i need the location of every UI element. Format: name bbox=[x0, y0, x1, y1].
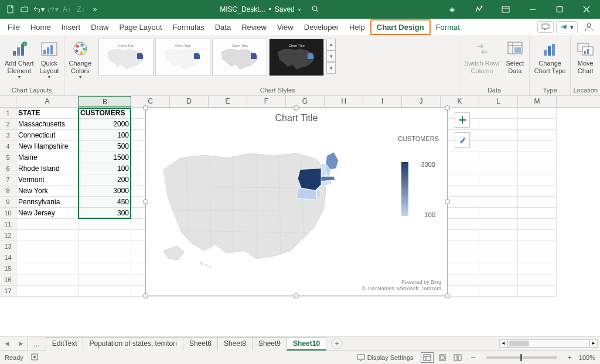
cell-B11[interactable] bbox=[79, 219, 131, 230]
cell-L10[interactable] bbox=[479, 208, 518, 219]
cell-M16[interactable] bbox=[518, 274, 557, 286]
row-header-15[interactable]: 15 bbox=[0, 263, 16, 274]
resize-handle-ml[interactable] bbox=[143, 199, 148, 204]
coming-soon-icon[interactable] bbox=[465, 0, 492, 19]
sheet-nav-prev[interactable]: ◄ bbox=[0, 339, 14, 348]
close-button[interactable] bbox=[573, 0, 600, 19]
row-header-10[interactable]: 10 bbox=[0, 208, 16, 219]
cell-B3[interactable]: 100 bbox=[79, 130, 131, 141]
cell-M5[interactable] bbox=[518, 152, 557, 163]
hscroll-right[interactable]: ► bbox=[589, 339, 598, 348]
change-chart-type-button[interactable]: Change Chart Type bbox=[532, 39, 568, 75]
tab-insert[interactable]: Insert bbox=[56, 20, 86, 34]
quick-layout-button[interactable]: Quick Layout ▾ bbox=[38, 39, 62, 81]
row-header-12[interactable]: 12 bbox=[0, 230, 16, 241]
cell-B5[interactable]: 1500 bbox=[79, 152, 131, 163]
change-colors-button[interactable]: Change Colors ▾ bbox=[67, 39, 94, 81]
cell-L14[interactable] bbox=[479, 252, 518, 263]
gallery-expand[interactable]: ▼ bbox=[326, 62, 336, 74]
cell-A1[interactable]: STATE bbox=[16, 108, 79, 119]
chart-style-3[interactable]: Chart Title bbox=[212, 39, 267, 76]
cell-A11[interactable] bbox=[16, 219, 79, 230]
cell-A15[interactable] bbox=[16, 263, 79, 274]
col-header-F[interactable]: F bbox=[247, 96, 286, 107]
cell-A16[interactable] bbox=[16, 274, 79, 286]
cell-M10[interactable] bbox=[518, 208, 557, 219]
resize-handle-tr[interactable] bbox=[445, 105, 450, 111]
sheet-nav-next[interactable]: ► bbox=[14, 339, 28, 348]
cell-L13[interactable] bbox=[479, 241, 518, 252]
cell-B10[interactable]: 300 bbox=[79, 208, 131, 219]
col-header-G[interactable]: G bbox=[286, 96, 325, 107]
cell-B15[interactable] bbox=[79, 263, 131, 274]
cell-L1[interactable] bbox=[479, 108, 518, 119]
col-header-L[interactable]: L bbox=[479, 96, 518, 107]
cell-L8[interactable] bbox=[479, 186, 518, 197]
row-header-2[interactable]: 2 bbox=[0, 119, 16, 130]
cell-L15[interactable] bbox=[479, 263, 518, 274]
zoom-slider[interactable] bbox=[486, 356, 557, 359]
cell-L2[interactable] bbox=[479, 119, 518, 130]
cell-M1[interactable] bbox=[518, 108, 557, 119]
cell-A9[interactable]: Pennsylvania bbox=[16, 197, 79, 208]
diamond-icon[interactable]: ◈ bbox=[438, 0, 465, 19]
cell-A3[interactable]: Connecticut bbox=[16, 130, 79, 141]
chart-legend[interactable]: CUSTOMERS 3000 100 bbox=[376, 135, 439, 203]
row-header-9[interactable]: 9 bbox=[0, 197, 16, 208]
search-icon[interactable] bbox=[311, 5, 319, 15]
zoom-in[interactable]: + bbox=[567, 353, 572, 362]
row-header-17[interactable]: 17 bbox=[0, 286, 16, 297]
col-header-H[interactable]: H bbox=[325, 96, 363, 107]
cell-A8[interactable]: New York bbox=[16, 186, 79, 197]
chart-style-4[interactable]: Chart Title bbox=[269, 39, 324, 76]
cell-B14[interactable] bbox=[79, 252, 131, 263]
sheet-tab-edittext[interactable]: EditText bbox=[46, 337, 84, 351]
cell-L3[interactable] bbox=[479, 130, 518, 141]
row-header-8[interactable]: 8 bbox=[0, 186, 16, 197]
hscrollbar[interactable] bbox=[507, 339, 589, 348]
hscroll-thumb[interactable] bbox=[509, 341, 529, 346]
cell-L7[interactable] bbox=[479, 174, 518, 186]
sheet-tab-sheet8[interactable]: Sheet8 bbox=[217, 337, 253, 351]
cell-B2[interactable]: 2000 bbox=[79, 119, 131, 130]
cell-L9[interactable] bbox=[479, 197, 518, 208]
row-header-6[interactable]: 6 bbox=[0, 163, 16, 174]
macro-record-icon[interactable] bbox=[30, 353, 39, 362]
cell-B13[interactable] bbox=[79, 241, 131, 252]
cell-A14[interactable] bbox=[16, 252, 79, 263]
row-header-5[interactable]: 5 bbox=[0, 152, 16, 163]
cell-B16[interactable] bbox=[79, 274, 131, 286]
cell-B1[interactable]: CUSTOMERS bbox=[79, 108, 131, 119]
cell-B12[interactable] bbox=[79, 230, 131, 241]
cell-B7[interactable]: 200 bbox=[79, 174, 131, 186]
cell-L16[interactable] bbox=[479, 274, 518, 286]
row-header-4[interactable]: 4 bbox=[0, 141, 16, 152]
chart-plot-area[interactable] bbox=[152, 129, 372, 279]
ribbon-display-icon[interactable] bbox=[492, 0, 519, 19]
add-chart-element-button[interactable]: + Add Chart Element ▾ bbox=[2, 39, 36, 81]
cell-L5[interactable] bbox=[479, 152, 518, 163]
hscroll-left[interactable]: ◄ bbox=[499, 339, 507, 348]
cell-L12[interactable] bbox=[479, 230, 518, 241]
row-header-13[interactable]: 13 bbox=[0, 241, 16, 252]
save-state[interactable]: Saved bbox=[275, 5, 295, 13]
tab-format[interactable]: Format bbox=[431, 20, 465, 34]
cell-A7[interactable]: Vermont bbox=[16, 174, 79, 186]
col-header-M[interactable]: M bbox=[518, 96, 557, 107]
row-header-11[interactable]: 11 bbox=[0, 219, 16, 230]
undo-icon[interactable]: ▾ bbox=[33, 4, 45, 15]
cell-B6[interactable]: 100 bbox=[79, 163, 131, 174]
display-settings[interactable]: Display Settings bbox=[357, 354, 414, 361]
row-header-16[interactable]: 16 bbox=[0, 274, 16, 286]
chart-elements-button[interactable] bbox=[455, 112, 470, 128]
new-file-icon[interactable] bbox=[5, 4, 16, 15]
cell-L4[interactable] bbox=[479, 141, 518, 152]
cell-A13[interactable] bbox=[16, 241, 79, 252]
cell-M15[interactable] bbox=[518, 263, 557, 274]
cell-A4[interactable]: New Hampshire bbox=[16, 141, 79, 152]
account-icon[interactable] bbox=[580, 20, 598, 34]
worksheet[interactable]: A B C D E F G H I J K L M 12345678910111… bbox=[0, 96, 600, 336]
collapse-ribbon-icon[interactable]: ︿ bbox=[590, 84, 596, 93]
chart-styles-button[interactable] bbox=[455, 132, 470, 147]
cell-A6[interactable]: Rhode Island bbox=[16, 163, 79, 174]
